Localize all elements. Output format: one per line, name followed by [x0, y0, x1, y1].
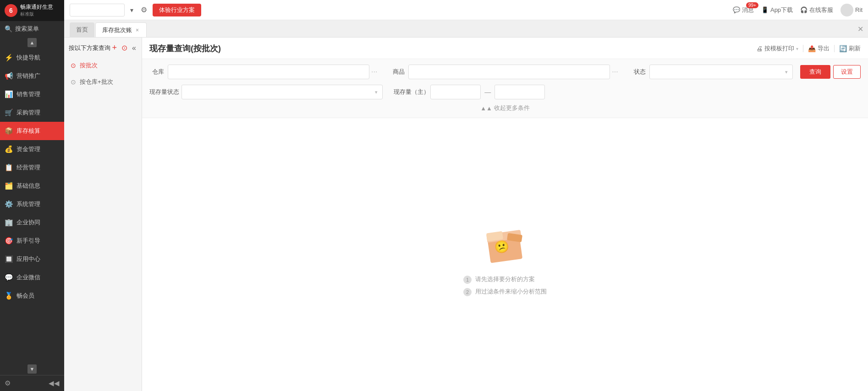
collapse-panel-btn[interactable]: « — [131, 43, 137, 53]
refresh-btn[interactable]: 🔄 刷新 — [839, 44, 861, 53]
app-title: 畅康通好生意 — [20, 4, 53, 11]
scheme-settings-btn[interactable]: ⊙ — [121, 43, 128, 53]
system-icon: ⚙️ — [5, 200, 13, 208]
left-panel-header: 按以下方案查询 + ⊙ « — [64, 38, 142, 57]
add-scheme-btn[interactable]: + — [111, 42, 118, 54]
warehouse-input[interactable] — [168, 65, 369, 79]
export-btn[interactable]: 📤 导出 — [808, 44, 830, 53]
sidebar: 6 畅康通好生意 标准版 🔍 搜索菜单 ▲ ⚡ 快捷导航 📢 营销推广 📊 销售… — [0, 0, 64, 391]
svg-text:😕: 😕 — [494, 239, 511, 255]
collapse-arrow-icon: ▲▲ — [480, 105, 492, 112]
headset-icon: 🎧 — [800, 6, 808, 13]
header-divider-1 — [803, 45, 803, 52]
sidebar-item-system[interactable]: ⚙️ 系统管理 — [0, 195, 64, 213]
scheme-item-by-warehouse-batch[interactable]: ⊙ 按仓库+批次 — [64, 74, 142, 90]
settings-btn[interactable]: 设置 — [833, 65, 861, 79]
qty-max-input[interactable] — [494, 85, 545, 99]
inventory-status-dropdown-icon: ▾ — [375, 89, 378, 95]
qty-min-input[interactable] — [430, 85, 481, 99]
sidebar-item-label-wechat: 企业微信 — [16, 273, 40, 282]
empty-hints: 1 请先选择要分析的方案 2 用过滤条件来缩小分析范围 — [463, 275, 547, 296]
hint-text-1: 请先选择要分析的方案 — [475, 275, 535, 283]
newbie-icon: 🎯 — [5, 237, 13, 245]
filter-cell-inventory-qty: 现存量（主） — — [394, 85, 627, 99]
finance-icon: 💰 — [5, 145, 13, 153]
sidebar-item-sales[interactable]: 📊 销售管理 — [0, 85, 64, 103]
sidebar-item-label-finance: 资金管理 — [16, 145, 40, 153]
filter-cell-product: 商品 ··· — [390, 65, 620, 79]
sidebar-item-basic[interactable]: 🗂️ 基础信息 — [0, 177, 64, 195]
sidebar-item-marketing[interactable]: 📢 营销推广 — [0, 67, 64, 85]
tab-inventory-batch-label: 库存批次账 — [102, 26, 132, 34]
sidebar-item-label-basic: 基础信息 — [16, 182, 40, 190]
app-subtitle: 标准版 — [20, 11, 53, 17]
sidebar-item-operations[interactable]: 📋 经营管理 — [0, 158, 64, 177]
sidebar-footer: ⚙ ◀◀ — [0, 375, 64, 391]
status-select[interactable]: ▾ — [649, 65, 793, 79]
sidebar-item-purchase[interactable]: 🛒 采购管理 — [0, 103, 64, 122]
operations-icon: 📋 — [5, 163, 13, 172]
left-panel: 按以下方案查询 + ⊙ « ⊙ 按批次 ⊙ 按仓库+批次 — [64, 38, 142, 391]
marketing-icon: 📢 — [5, 72, 13, 80]
sidebar-search[interactable]: 🔍 搜索菜单 — [0, 21, 64, 37]
tabbar: 首页 库存批次账 × ✕ — [64, 20, 868, 38]
product-more-btn[interactable]: ··· — [610, 68, 620, 76]
sidebar-item-shortcuts[interactable]: ⚡ 快捷导航 — [0, 49, 64, 67]
tab-home-label: 首页 — [76, 26, 88, 34]
print-dropdown-icon[interactable]: ▾ — [796, 46, 798, 51]
filter-row-2: 现存量状态 ▾ 现存量（主） — — [149, 85, 861, 99]
sidebar-scroll-down[interactable]: ▼ — [27, 364, 37, 374]
status-label: 状态 — [631, 68, 649, 76]
sidebar-item-newbie[interactable]: 🎯 新手引导 — [0, 232, 64, 250]
tab-inventory-batch[interactable]: 库存批次账 × — [95, 22, 147, 37]
online-service-btn[interactable]: 🎧 在线客服 — [800, 6, 833, 14]
print-template-label: 按模板打印 — [764, 44, 794, 53]
by-batch-label: 按批次 — [80, 61, 98, 70]
sidebar-scroll-up[interactable]: ▲ — [27, 38, 37, 47]
left-panel-title: 按以下方案查询 — [69, 44, 110, 52]
topbar: ▾ ⚙ 体验行业方案 💬 消息 99+ 📱 App下载 🎧 在线客服 Rit — [64, 0, 868, 20]
warehouse-label: 仓库 — [149, 68, 168, 76]
sidebar-item-label-sales: 销售管理 — [16, 90, 40, 98]
status-dropdown-icon: ▾ — [785, 69, 788, 75]
sidebar-item-wechat[interactable]: 💬 企业微信 — [0, 268, 64, 287]
query-btn[interactable]: 查询 — [800, 65, 830, 79]
experience-btn[interactable]: 体验行业方案 — [153, 4, 201, 16]
filter-row-1: 仓库 ··· 商品 ··· — [149, 65, 861, 79]
tab-close-btn[interactable]: × — [135, 27, 140, 34]
left-panel-actions: + ⊙ « — [111, 42, 137, 54]
tabbar-close-btn[interactable]: ✕ — [857, 24, 863, 33]
inventory-status-label: 现存量状态 — [149, 88, 181, 96]
shortcuts-icon: ⚡ — [5, 54, 13, 62]
scheme-item-by-batch[interactable]: ⊙ 按批次 — [64, 57, 142, 74]
sidebar-item-finance[interactable]: 💰 资金管理 — [0, 140, 64, 158]
topbar-dropdown-btn[interactable]: ▾ — [128, 5, 135, 16]
sidebar-item-label-appstore: 应用中心 — [16, 255, 40, 263]
app-download-btn[interactable]: 📱 App下载 — [761, 6, 793, 14]
sidebar-item-inventory[interactable]: 📦 库存核算 — [0, 122, 64, 140]
footer-settings-icon[interactable]: ⚙ — [5, 379, 11, 387]
sidebar-item-enterprise[interactable]: 🏢 企业协同 — [0, 213, 64, 232]
hint-text-2: 用过滤条件来缩小分析范围 — [475, 288, 547, 296]
messages-badge: 99+ — [746, 2, 758, 8]
inventory-status-select[interactable]: ▾ — [181, 85, 383, 99]
empty-hint-1: 1 请先选择要分析的方案 — [463, 275, 547, 284]
member-icon: 🏅 — [5, 292, 13, 300]
sidebar-item-member[interactable]: 🏅 畅会员 — [0, 287, 64, 305]
collapse-filter-btn[interactable]: ▲▲ 收起更多条件 — [480, 104, 530, 112]
product-input[interactable] — [408, 65, 610, 79]
sidebar-item-appstore[interactable]: 🔲 应用中心 — [0, 250, 64, 268]
warehouse-more-btn[interactable]: ··· — [369, 68, 379, 76]
sidebar-nav: ⚡ 快捷导航 📢 营销推广 📊 销售管理 🛒 采购管理 📦 库存核算 💰 资金管… — [0, 49, 64, 363]
user-avatar-btn[interactable]: Rit — [841, 4, 863, 16]
topbar-settings-btn[interactable]: ⚙ — [139, 4, 149, 16]
tab-home[interactable]: 首页 — [70, 22, 94, 37]
purchase-icon: 🛒 — [5, 109, 13, 117]
print-template-btn[interactable]: 🖨 按模板打印 ▾ — [756, 44, 798, 53]
sidebar-item-label-purchase: 采购管理 — [16, 109, 40, 117]
sidebar-item-label-newbie: 新手引导 — [16, 237, 40, 245]
inventory-status-select-wrapper: ▾ — [181, 85, 383, 99]
topbar-search-input[interactable] — [70, 4, 125, 16]
messages-btn[interactable]: 💬 消息 99+ — [733, 6, 754, 14]
footer-collapse-icon[interactable]: ◀◀ — [49, 379, 60, 387]
